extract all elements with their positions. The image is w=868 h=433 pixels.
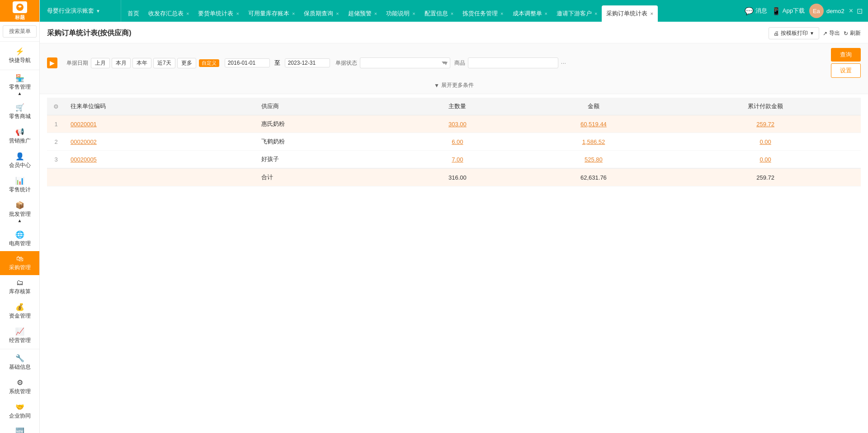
message-btn[interactable]: 💬 消息 [745, 7, 767, 15]
logo-text: 标题 [15, 14, 25, 21]
print-dropdown-icon: ▼ [810, 31, 814, 36]
close-window-button[interactable]: × [849, 7, 853, 15]
export-button[interactable]: ↗ 导出 [823, 29, 840, 37]
page-actions: 🖨 按模板打印 ▼ ↗ 导出 ↻ 刷新 [769, 27, 861, 39]
tab-pick-task[interactable]: 拣货任务管理 × [458, 5, 508, 22]
sidebar-item-enterprise[interactable]: 🤝 企业协同 [0, 399, 39, 423]
tab-receive-close[interactable]: × [186, 11, 189, 16]
date-btn-last-month[interactable]: 上月 [91, 58, 110, 68]
sidebar-item-marketing[interactable]: 📢 营销推广 [0, 124, 39, 148]
row-2-code[interactable]: 00020002 [65, 133, 256, 151]
tab-func-desc-label: 功能说明 [386, 10, 410, 18]
message-label: 消息 [755, 7, 767, 15]
row-2-paid[interactable]: 0.00 [670, 133, 861, 151]
tab-cost-adjust-close[interactable]: × [545, 11, 547, 16]
row-3-qty[interactable]: 7.00 [398, 151, 517, 169]
search-menu-button[interactable]: 搜索菜单 [3, 25, 37, 38]
sidebar-item-operation[interactable]: 📈 经营管理 [0, 324, 39, 348]
date-btn-this-year[interactable]: 本年 [132, 58, 151, 68]
user-avatar: Ea [809, 4, 824, 18]
sidebar-item-system[interactable]: ⚙ 系统管理 [0, 375, 39, 399]
status-select[interactable] [360, 57, 450, 68]
date-btn-this-month[interactable]: 本月 [112, 58, 131, 68]
date-btn-7days[interactable]: 近7天 [153, 58, 175, 68]
filter-goods-item: 商品 ··· [454, 57, 566, 68]
row-2-qty[interactable]: 6.00 [398, 133, 517, 151]
tab-purchase-stat-close[interactable]: × [650, 11, 653, 16]
goods-input[interactable] [468, 57, 558, 68]
sidebar-item-retail[interactable]: 🏪 零售管理 ▲ [0, 70, 39, 100]
user-profile[interactable]: Ea demo2 [809, 4, 844, 18]
goods-filter-label: 商品 [454, 59, 465, 67]
sidebar-item-retail-stat-label: 零售统计 [9, 186, 31, 194]
tab-invite-close[interactable]: × [594, 11, 597, 16]
tab-func-desc[interactable]: 功能说明 × [382, 5, 420, 22]
col-paid-header: 累计付款金额 [670, 98, 861, 115]
sidebar-item-guide[interactable]: 🆕 新手引导 [0, 423, 39, 433]
sidebar-item-purchase[interactable]: 🛍 采购管理 [0, 251, 39, 275]
row-1-code[interactable]: 00020001 [65, 115, 256, 133]
date-range-separator: 至 [274, 59, 280, 67]
sidebar-item-basic[interactable]: 🔧 基础信息 [0, 350, 39, 375]
table-settings-icon[interactable]: ⚙ [53, 103, 59, 110]
tab-receive[interactable]: 收发存汇总表 × [144, 5, 193, 22]
retail-mall-icon: 🛒 [15, 103, 24, 112]
sidebar-item-quick-nav[interactable]: ⚡ 快捷导航 [0, 43, 39, 68]
tab-func-desc-close[interactable]: × [412, 11, 415, 16]
tab-overstock-close[interactable]: × [374, 11, 377, 16]
tab-invite[interactable]: 邀请下游客户 × [552, 5, 602, 22]
date-to-input[interactable] [285, 58, 330, 67]
tab-available-stock-close[interactable]: × [292, 11, 295, 16]
row-1-amount[interactable]: 60,519.44 [517, 115, 670, 133]
tab-order-stat-close[interactable]: × [236, 11, 239, 16]
avatar-text: Ea [813, 8, 820, 14]
row-1-paid[interactable]: 259.72 [670, 115, 861, 133]
tab-config[interactable]: 配置信息 × [420, 5, 458, 22]
tab-home[interactable]: 首页 [123, 5, 144, 22]
row-3-paid[interactable]: 0.00 [670, 151, 861, 169]
minimize-window-button[interactable]: ⊡ [857, 7, 863, 15]
filter-collapse-button[interactable]: ▶ [47, 57, 57, 68]
sidebar-item-retail-stat[interactable]: 📊 零售统计 [0, 173, 39, 197]
sidebar-item-finance[interactable]: 💰 资金管理 [0, 299, 39, 324]
row-3-amount[interactable]: 525.80 [517, 151, 670, 169]
table-row: 2 00020002 飞鹤奶粉 6.00 1,586.52 0.00 [47, 133, 861, 151]
tab-expiry-close[interactable]: × [336, 11, 339, 16]
search-button[interactable]: 查询 [831, 48, 861, 62]
row-1-supplier: 惠氏奶粉 [256, 115, 398, 133]
tab-available-stock[interactable]: 可用量库存账本 × [244, 5, 299, 22]
row-3-code[interactable]: 00020005 [65, 151, 256, 169]
sidebar-item-enterprise-label: 企业协同 [9, 412, 31, 420]
row-1-qty[interactable]: 303.00 [398, 115, 517, 133]
sidebar-item-ecommerce-label: 电商管理 [9, 240, 31, 247]
app-download-btn[interactable]: 📱 App下载 [772, 7, 805, 15]
company-selector[interactable]: 母婴行业演示账套 ▼ [40, 0, 121, 22]
app-logo[interactable]: 标题 [0, 0, 39, 22]
sidebar-item-inventory[interactable]: 🗂 库存核算 [0, 275, 39, 299]
tab-expiry[interactable]: 保质期查询 × [299, 5, 343, 22]
tab-purchase-stat[interactable]: 采购订单统计表 × [602, 5, 657, 22]
expand-more-button[interactable]: ▼ 展开更多条件 [434, 81, 474, 89]
date-btn-more[interactable]: 更多 [177, 58, 196, 68]
sidebar-item-wholesale[interactable]: 📦 批发管理 ▲ [0, 197, 39, 227]
sidebar-item-retail-mall[interactable]: 🛒 零售商城 [0, 100, 39, 124]
sidebar-item-member[interactable]: 👤 会员中心 [0, 148, 39, 173]
divider [0, 349, 39, 349]
finance-icon: 💰 [15, 303, 24, 311]
refresh-button[interactable]: ↻ 刷新 [844, 29, 861, 37]
row-2-num: 2 [47, 133, 65, 151]
tab-config-close[interactable]: × [451, 11, 453, 16]
page-title: 采购订单统计表(按供应商) [47, 29, 132, 38]
tab-overstock[interactable]: 超储预警 × [344, 5, 382, 22]
row-2-amount[interactable]: 1,586.52 [517, 133, 670, 151]
goods-more-button[interactable]: ··· [561, 59, 566, 67]
sidebar-item-ecommerce[interactable]: 🌐 电商管理 [0, 227, 39, 251]
print-button[interactable]: 🖨 按模板打印 ▼ [769, 27, 819, 39]
tab-pick-task-close[interactable]: × [500, 11, 503, 16]
tab-purchase-stat-label: 采购订单统计表 [606, 10, 647, 18]
settings-button[interactable]: 设置 [831, 63, 861, 78]
export-icon: ↗ [823, 30, 827, 37]
tab-cost-adjust[interactable]: 成本调整单 × [508, 5, 552, 22]
tab-order-stat[interactable]: 要货单统计表 × [193, 5, 243, 22]
date-from-input[interactable] [225, 58, 270, 67]
